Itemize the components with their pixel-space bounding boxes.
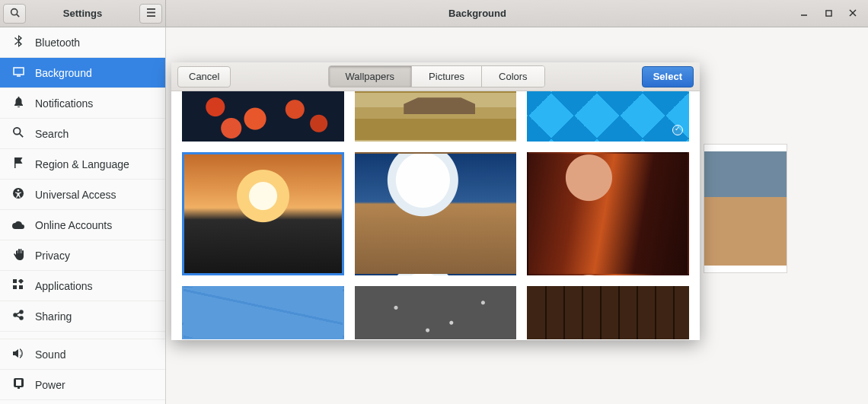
svg-point-0 [11, 8, 17, 14]
select-button[interactable]: Select [642, 66, 694, 87]
speaker-icon [12, 348, 24, 361]
sidebar-item-label: Applications [35, 280, 93, 292]
sidebar-item-label: Sound [35, 348, 65, 361]
sidebar-item-sound[interactable]: Sound [0, 339, 165, 370]
svg-rect-16 [13, 285, 17, 289]
wallpaper-tile[interactable] [355, 152, 517, 275]
wallpaper-tile[interactable] [527, 91, 689, 142]
cancel-button[interactable]: Cancel [177, 66, 231, 87]
accessibility-icon [12, 188, 24, 201]
sidebar-item-label: Bluetooth [35, 37, 80, 49]
sidebar-item-label: Online Accounts [35, 219, 112, 231]
current-wallpaper-badge [672, 125, 683, 135]
sidebar-item-label: Region & Language [35, 158, 129, 170]
sidebar-item-label: Universal Access [35, 189, 116, 201]
apps-icon [12, 279, 24, 292]
bell-icon [12, 97, 24, 110]
settings-title: Settings [29, 8, 136, 19]
view-switcher: Wallpapers Pictures Colors [328, 65, 545, 87]
sidebar-item-universal-access[interactable]: Universal Access [0, 180, 165, 210]
svg-point-21 [20, 317, 23, 320]
menu-button[interactable] [139, 4, 162, 24]
svg-rect-9 [14, 68, 24, 75]
sidebar-item-label: Privacy [35, 250, 70, 262]
current-background-card[interactable] [704, 144, 787, 273]
sidebar-item-privacy[interactable]: Privacy [0, 240, 165, 271]
sidebar-item-power[interactable]: Power [0, 370, 165, 400]
share-icon [12, 310, 24, 323]
svg-line-1 [16, 14, 18, 16]
sidebar-separator [0, 332, 165, 339]
svg-rect-18 [13, 279, 17, 283]
tab-label: Pictures [429, 71, 464, 82]
wallpaper-tile[interactable] [182, 286, 344, 339]
flag-icon [12, 157, 24, 170]
sidebar-item-region[interactable]: Region & Language [0, 149, 165, 180]
power-icon [12, 378, 24, 391]
tab-label: Wallpapers [346, 71, 395, 82]
sidebar-item-label: Power [35, 379, 65, 391]
display-icon [12, 67, 24, 79]
hamburger-icon [146, 8, 156, 19]
search-icon [12, 127, 24, 140]
tab-wallpapers[interactable]: Wallpapers [329, 66, 413, 87]
page-title: Background [166, 8, 789, 19]
sidebar-item-label: Notifications [35, 97, 93, 110]
tab-colors[interactable]: Colors [482, 66, 544, 87]
current-background-thumb [704, 151, 787, 266]
svg-point-11 [14, 128, 21, 135]
minimize-button[interactable] [799, 9, 809, 18]
wallpaper-tile[interactable] [355, 286, 517, 339]
sidebar-item-label: Sharing [35, 310, 72, 323]
dialog-body[interactable] [171, 91, 700, 340]
svg-rect-6 [825, 10, 831, 15]
wallpaper-tile[interactable] [527, 286, 689, 339]
headerbar: Settings Background [0, 0, 868, 27]
cloud-icon [12, 219, 24, 231]
search-button[interactable] [3, 4, 26, 24]
svg-line-23 [17, 316, 21, 318]
wallpaper-tile[interactable] [355, 91, 517, 142]
sidebar-item-label: Background [35, 67, 92, 79]
sidebar-item-applications[interactable]: Applications [0, 271, 165, 301]
svg-rect-17 [19, 285, 23, 289]
select-label: Select [653, 71, 682, 82]
search-icon [10, 8, 20, 20]
sidebar-item-notifications[interactable]: Notifications [0, 88, 165, 119]
svg-point-14 [18, 189, 20, 192]
sidebar-item-search[interactable]: Search [0, 119, 165, 149]
dialog-header: Cancel Wallpapers Pictures Colors Select [171, 62, 700, 91]
sidebar-item-online-accounts[interactable]: Online Accounts [0, 210, 165, 240]
hand-icon [12, 249, 24, 262]
background-picker-dialog: Cancel Wallpapers Pictures Colors Select [171, 62, 700, 340]
wallpaper-tile[interactable] [527, 152, 689, 275]
wallpaper-tile[interactable] [182, 152, 344, 275]
wallpaper-grid [171, 91, 700, 339]
tab-label: Colors [499, 71, 528, 82]
sidebar-item-sharing[interactable]: Sharing [0, 301, 165, 332]
sidebar-item-background[interactable]: Background [0, 58, 165, 88]
svg-line-12 [20, 134, 23, 137]
svg-rect-15 [18, 279, 24, 284]
sidebar: Bluetooth Background Notifications Searc… [0, 27, 166, 404]
tab-pictures[interactable]: Pictures [412, 66, 482, 87]
sidebar-item-label: Search [35, 128, 69, 140]
svg-point-20 [20, 310, 23, 313]
maximize-button[interactable] [824, 9, 833, 18]
sidebar-item-bluetooth[interactable]: Bluetooth [0, 27, 165, 58]
svg-line-22 [17, 313, 21, 315]
window-controls [789, 9, 868, 18]
close-button[interactable] [848, 9, 857, 18]
wallpaper-tile[interactable] [182, 91, 344, 142]
cancel-label: Cancel [189, 71, 219, 82]
bluetooth-icon [12, 35, 24, 49]
